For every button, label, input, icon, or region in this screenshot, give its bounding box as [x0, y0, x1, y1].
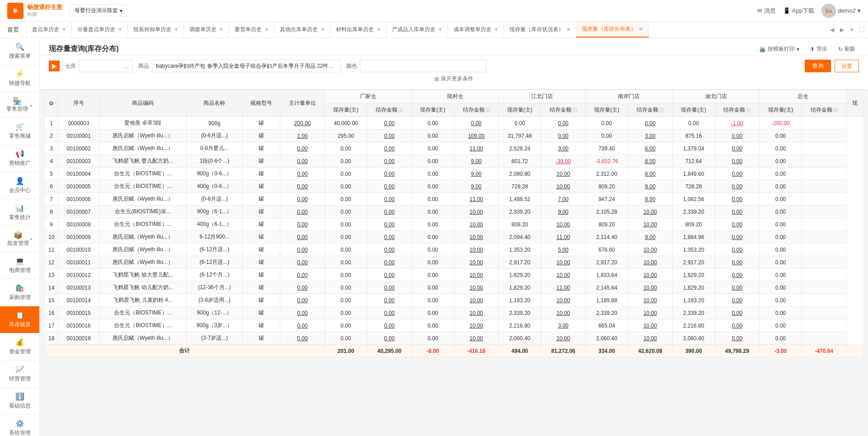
table-cell[interactable]: 0.00: [367, 155, 412, 168]
info-nanan-amt[interactable]: ⓘ: [659, 108, 664, 113]
filter-expand-btn[interactable]: ▶: [49, 61, 60, 71]
table-cell[interactable]: 10.00: [628, 307, 673, 319]
table-cell[interactable]: 0.00: [367, 218, 412, 231]
table-cell[interactable]: 9.00: [454, 168, 499, 180]
table-cell[interactable]: 0.00: [715, 244, 760, 256]
table-cell[interactable]: 0.00: [280, 307, 325, 319]
sidebar-item-wholesale[interactable]: 📦 批发管理 ▾: [0, 226, 39, 252]
tab-close[interactable]: ✕: [438, 27, 442, 32]
table-cell[interactable]: 10.00: [454, 231, 499, 244]
table-cell[interactable]: 10.00: [454, 294, 499, 307]
table-cell[interactable]: 10.00: [454, 281, 499, 294]
message-btn[interactable]: ✉ 消息: [757, 7, 776, 15]
expand-conditions-btn[interactable]: ⊞ 展开更多条件: [434, 75, 473, 83]
table-cell[interactable]: 10.00: [628, 294, 673, 307]
tab-chanchengpin[interactable]: 产成品入库单历史 ✕: [387, 22, 448, 38]
table-cell[interactable]: 0.00: [367, 319, 412, 332]
info-jiangbei-amt[interactable]: ⓘ: [572, 108, 577, 113]
table-cell[interactable]: 0.00: [367, 142, 412, 155]
sidebar-item-purchase[interactable]: 🛍️ 采购管理: [0, 279, 39, 306]
table-cell[interactable]: 0.00: [715, 218, 760, 231]
tab-close[interactable]: ✕: [219, 27, 223, 32]
tab-chenben[interactable]: 成本调整单历史 ✕: [448, 22, 504, 38]
table-cell[interactable]: 10.00: [628, 256, 673, 269]
sidebar-item-inventory[interactable]: 📋 库存核算: [0, 306, 39, 333]
table-cell[interactable]: 0.00: [367, 231, 412, 244]
table-cell[interactable]: 11.00: [454, 193, 499, 206]
table-cell[interactable]: 8.00: [628, 155, 673, 168]
table-cell[interactable]: 0.00: [715, 281, 760, 294]
table-cell[interactable]: 0.00: [367, 244, 412, 256]
table-cell[interactable]: 10.00: [541, 180, 585, 193]
table-cell[interactable]: 10.00: [628, 206, 673, 218]
tab-close[interactable]: ✕: [566, 27, 571, 32]
table-cell[interactable]: 10.00: [541, 256, 585, 269]
table-cell[interactable]: 0.00: [715, 231, 760, 244]
tab-qitachukulishi[interactable]: 其他出库单历史 ✕: [274, 22, 330, 38]
tab-fenliang-pandian[interactable]: 分量盘点单历史 ✕: [72, 22, 128, 38]
table-cell[interactable]: 0.00: [541, 117, 585, 130]
table-cell[interactable]: 0.00: [367, 193, 412, 206]
warehouse-dots[interactable]: ...: [123, 62, 129, 70]
table-cell[interactable]: 0.00: [280, 168, 325, 180]
table-cell[interactable]: 200.00: [280, 117, 325, 130]
product-input[interactable]: babycare孕妇待产包 春季入院全套母子组合孕妇产后冬季月子用品 22件套 …: [152, 60, 341, 72]
table-cell[interactable]: 0.00: [280, 206, 325, 218]
table-cell[interactable]: 0.00: [715, 142, 760, 155]
table-cell[interactable]: 0.00: [280, 155, 325, 168]
sidebar-item-ecommerce[interactable]: 💻 电商管理: [0, 252, 39, 279]
table-cell[interactable]: 0.00: [280, 269, 325, 281]
table-cell[interactable]: 10.00: [454, 218, 499, 231]
setting-button[interactable]: 设置: [835, 60, 859, 72]
table-cell[interactable]: 10.00: [454, 206, 499, 218]
refresh-btn[interactable]: ↻ 刷新: [835, 43, 859, 55]
table-cell[interactable]: 10.00: [541, 332, 585, 345]
table-cell[interactable]: 10.00: [628, 244, 673, 256]
color-input[interactable]: [360, 60, 486, 72]
table-cell[interactable]: 0.00: [541, 130, 585, 142]
table-cell[interactable]: 9.00: [454, 155, 499, 168]
table-cell[interactable]: 0.00: [715, 332, 760, 345]
table-cell[interactable]: 5.00: [541, 244, 585, 256]
table-cell[interactable]: 11.00: [454, 142, 499, 155]
table-cell[interactable]: 3.00: [541, 319, 585, 332]
tab-close[interactable]: ✕: [639, 27, 643, 32]
table-cell[interactable]: 11.00: [541, 281, 585, 294]
table-cell[interactable]: 3.00: [628, 130, 673, 142]
table-cell[interactable]: 0.00: [715, 155, 760, 168]
th-gear[interactable]: ⚙: [45, 90, 58, 117]
sidebar-item-retail-mgmt[interactable]: 🏪 零售管理 ▲: [0, 92, 39, 118]
table-cell[interactable]: 0.00: [715, 130, 760, 142]
sidebar-item-operations[interactable]: 📈 经营管理: [0, 361, 39, 388]
table-cell[interactable]: 0.00: [628, 117, 673, 130]
table-cell[interactable]: 10.00: [454, 256, 499, 269]
table-cell[interactable]: 10.00: [454, 319, 499, 332]
sidebar-item-retail-stats[interactable]: 📊 零售统计: [0, 199, 39, 226]
table-cell[interactable]: 0.00: [367, 117, 412, 130]
table-cell[interactable]: 0.00: [280, 244, 325, 256]
table-cell[interactable]: 9.00: [628, 180, 673, 193]
table-cell[interactable]: 0.00: [715, 206, 760, 218]
print-btn[interactable]: 🖨️ 按模板打印 ▾: [755, 43, 803, 55]
table-cell[interactable]: 0.00: [715, 319, 760, 332]
table-cell[interactable]: 10.00: [541, 294, 585, 307]
tab-close[interactable]: ✕: [118, 27, 122, 32]
table-cell[interactable]: 10.00: [541, 218, 585, 231]
table-cell[interactable]: 10.00: [628, 269, 673, 281]
table-cell[interactable]: 9.00: [628, 231, 673, 244]
table-cell[interactable]: 9.00: [541, 206, 585, 218]
user-area[interactable]: Ea demo2 ▾: [821, 4, 861, 18]
table-cell[interactable]: 10.00: [541, 168, 585, 180]
tab-pandian[interactable]: 盘点单历史 ✕: [27, 22, 72, 38]
table-cell[interactable]: 10.00: [628, 281, 673, 294]
table-cell[interactable]: 0.00: [715, 168, 760, 180]
table-cell[interactable]: 10.00: [454, 307, 499, 319]
nav-next[interactable]: ▶: [837, 25, 846, 34]
tab-close[interactable]: ✕: [321, 27, 325, 32]
nav-close-all[interactable]: ✕: [847, 25, 856, 34]
tab-yaohuo[interactable]: 要货单历史 ✕: [229, 22, 274, 38]
table-cell[interactable]: 9.00: [454, 180, 499, 193]
tab-close[interactable]: ✕: [264, 27, 269, 32]
table-cell[interactable]: 0.00: [367, 168, 412, 180]
table-cell[interactable]: 0.00: [367, 256, 412, 269]
